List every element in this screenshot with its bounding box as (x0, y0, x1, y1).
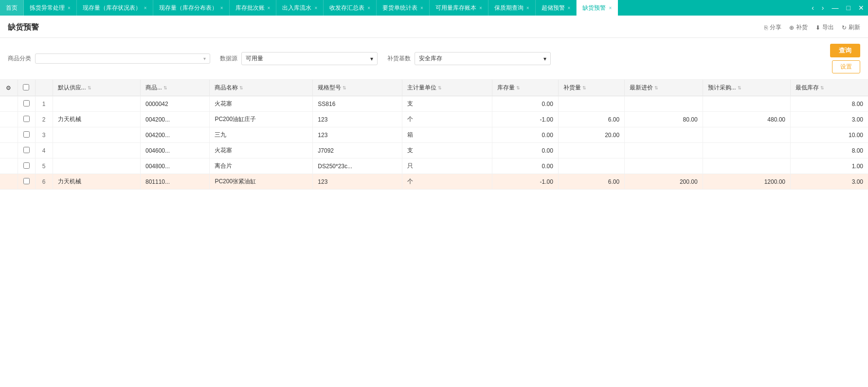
replenish-basis-value: 安全库存 (419, 54, 442, 63)
th-checkbox[interactable] (18, 80, 35, 96)
th-replenish-qty[interactable]: 补货量 ⇅ (558, 80, 624, 96)
row-checkbox-4[interactable] (23, 162, 30, 169)
th-product-name[interactable]: 商品名称 ⇅ (210, 80, 313, 96)
table-header-row: ⚙ 默认供应... ⇅ 商品.. (0, 80, 868, 96)
row-product-name-cell: 三九 (210, 127, 313, 143)
row-replenish-qty-cell: 6.00 (558, 174, 624, 190)
th-gear[interactable]: ⚙ (0, 80, 18, 96)
row-checkbox-cell[interactable] (18, 143, 35, 158)
row-checkbox-1[interactable] (23, 116, 30, 122)
row-product-code-cell: 004200... (140, 112, 209, 127)
th-default-supplier-label: 默认供应... (58, 84, 86, 92)
row-checkbox-0[interactable] (23, 100, 30, 106)
row-checkbox-2[interactable] (23, 131, 30, 138)
tab-item-demand-stats[interactable]: 要货单统计表× (377, 0, 430, 16)
row-product-name-cell: PC200张紧油缸 (210, 174, 313, 190)
tab-close-available-ledger[interactable]: × (479, 5, 482, 11)
page-title: 缺货预警 (8, 22, 39, 33)
table-row: 2 力天机械 004200... PC200油缸庄子 123 个 -1.00 6… (0, 112, 868, 127)
th-default-supplier[interactable]: 默认供应... ⇅ (53, 80, 140, 96)
row-min-stock-cell: 10.00 (791, 127, 868, 143)
row-replenish-qty-cell (558, 143, 624, 158)
row-checkbox-cell[interactable] (18, 112, 35, 127)
th-min-stock[interactable]: 最低库存 ⇅ (791, 80, 868, 96)
th-spec-model[interactable]: 规格型号 ⇅ (313, 80, 402, 96)
replenish-icon: ⊕ (789, 24, 794, 31)
row-checkbox-cell[interactable] (18, 96, 35, 112)
tab-item-inout-flow[interactable]: 出入库流水× (276, 0, 324, 16)
row-est-purchase-cell (703, 158, 790, 174)
tab-nav-buttons: ‹ › — □ ✕ (808, 0, 868, 16)
tab-close-inout-flow[interactable]: × (314, 5, 317, 11)
th-unit[interactable]: 主计量单位 ⇅ (402, 80, 492, 96)
replenish-action[interactable]: ⊕ 补货 (789, 23, 808, 32)
refresh-icon: ↻ (842, 24, 847, 31)
table-row: 4 004600... 火花塞 J7092 支 0.00 8.00 (0, 143, 868, 158)
th-latest-price[interactable]: 最新进价 ⇅ (625, 80, 703, 96)
row-spec-model-cell: 123 (313, 112, 402, 127)
tab-close-inventory-status[interactable]: × (144, 5, 147, 11)
th-stock-qty[interactable]: 库存量 ⇅ (492, 80, 558, 96)
tab-item-inventory-dist[interactable]: 现存量（库存分布表）× (153, 0, 230, 16)
tab-next-button[interactable]: › (818, 0, 828, 16)
replenish-basis-select[interactable]: 安全库存 ▾ (415, 52, 551, 65)
row-checkbox-5[interactable] (23, 178, 30, 184)
category-select[interactable]: ▾ (35, 53, 210, 64)
tab-close-collect-summary[interactable]: × (367, 5, 370, 11)
settings-button[interactable]: 设置 (832, 60, 860, 73)
row-latest-price-cell (625, 127, 703, 143)
row-checkbox-cell[interactable] (18, 127, 35, 143)
th-product-code[interactable]: 商品... ⇅ (140, 80, 209, 96)
row-checkbox-3[interactable] (23, 147, 30, 153)
row-latest-price-cell (625, 96, 703, 112)
tab-minimize-button[interactable]: — (828, 0, 843, 16)
tab-item-collect-summary[interactable]: 收发存汇总表× (324, 0, 377, 16)
table-row: 1 0000042 火花塞 SS816 支 0.00 8.00 (0, 96, 868, 112)
tab-maximize-button[interactable]: □ (843, 0, 854, 16)
filter-bar: 商品分类 ▾ 数据源 可用量 ▾ 补货基数 安全库存 ▾ 查询 设置 (0, 38, 868, 80)
row-stock-qty-cell: -1.00 (492, 174, 558, 190)
tab-item-overstock[interactable]: 超储预警× (536, 0, 577, 16)
tab-item-available-ledger[interactable]: 可用量库存账本× (430, 0, 488, 16)
export-action[interactable]: ⬇ 导出 (815, 23, 834, 32)
tab-item-expiry-query[interactable]: 保质期查询× (488, 0, 536, 16)
row-checkbox-cell[interactable] (18, 158, 35, 174)
datasource-arrow-icon: ▾ (370, 55, 373, 62)
row-replenish-qty-cell: 6.00 (558, 112, 624, 127)
datasource-filter-group: 数据源 可用量 ▾ (220, 52, 378, 65)
tab-close-batch-account[interactable]: × (268, 5, 271, 11)
row-latest-price-cell: 80.00 (625, 112, 703, 127)
row-product-code-cell: 004600... (140, 143, 209, 158)
share-action[interactable]: ⎘ 分享 (764, 23, 781, 32)
th-est-purchase[interactable]: 预计采购... ⇅ (703, 80, 790, 96)
refresh-action[interactable]: ↻ 刷新 (842, 23, 860, 32)
select-all-checkbox[interactable] (23, 84, 29, 90)
tab-item-exception[interactable]: 拣货异常处理× (24, 0, 77, 16)
tab-prev-button[interactable]: ‹ (808, 0, 818, 16)
tab-close-overstock[interactable]: × (568, 5, 571, 11)
category-filter-group: 商品分类 ▾ (8, 53, 210, 64)
tab-item-home[interactable]: 首页 (0, 0, 24, 16)
tab-close-shortage[interactable]: × (609, 5, 612, 11)
query-button[interactable]: 查询 (830, 44, 860, 57)
row-unit-cell: 只 (402, 158, 492, 174)
tab-item-shortage[interactable]: 缺货预警× (577, 0, 618, 16)
tab-close-exception[interactable]: × (68, 5, 71, 11)
row-checkbox-cell[interactable] (18, 174, 35, 190)
row-unit-cell: 个 (402, 174, 492, 190)
row-num-cell: 2 (35, 112, 53, 127)
tab-close-window-button[interactable]: ✕ (854, 0, 868, 16)
th-product-name-label: 商品名称 (215, 84, 238, 92)
row-unit-cell: 箱 (402, 127, 492, 143)
tab-close-expiry-query[interactable]: × (526, 5, 529, 11)
tab-item-inventory-status[interactable]: 现存量（库存状况表）× (77, 0, 153, 16)
tab-item-batch-account[interactable]: 库存批次账× (230, 0, 277, 16)
row-product-code-cell: 004800... (140, 158, 209, 174)
sort-product-name-icon: ⇅ (239, 86, 243, 90)
row-gear-cell (0, 158, 18, 174)
datasource-select[interactable]: 可用量 ▾ (241, 52, 378, 65)
row-replenish-qty-cell: 20.00 (558, 127, 624, 143)
tab-close-demand-stats[interactable]: × (420, 5, 423, 11)
tab-close-inventory-dist[interactable]: × (220, 5, 223, 11)
row-product-name-cell: PC200油缸庄子 (210, 112, 313, 127)
